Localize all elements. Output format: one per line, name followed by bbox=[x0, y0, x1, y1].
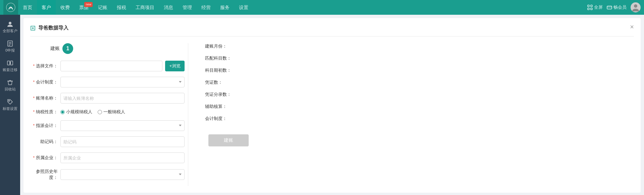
right-accounting-system-row: 会计制度： bbox=[205, 116, 634, 122]
tax-nature-radio-group: 小规模纳税人 一般纳税人 bbox=[60, 109, 125, 115]
auxiliary-label: 辅助核算： bbox=[205, 104, 239, 110]
sidebar-label-all-customers: 全部客户 bbox=[3, 28, 17, 34]
nav-business[interactable]: 工商项目 bbox=[131, 0, 159, 15]
assign-accountant-select[interactable] bbox=[60, 120, 185, 131]
nav-right: 全屏 畅会员 bbox=[587, 2, 641, 12]
ledger-name-row: 账簿名称： bbox=[30, 93, 185, 104]
form-layout: 建账 1 选择文件： +浏览 会计制度： bbox=[30, 43, 634, 186]
memo-code-label: 助记码： bbox=[30, 139, 60, 145]
voucher-entries-row: 凭证分录数： bbox=[205, 91, 634, 97]
tax-general-label[interactable]: 一般纳税人 bbox=[98, 109, 125, 115]
sidebar-item-trash[interactable]: 回收站 bbox=[1, 76, 19, 94]
sidebar-label-tags: 标签设置 bbox=[3, 106, 17, 111]
right-accounting-system-label: 会计制度： bbox=[205, 116, 239, 122]
tax-general-radio[interactable] bbox=[98, 110, 102, 114]
match-subject-row: 匹配科目数： bbox=[205, 55, 634, 61]
nav-settings[interactable]: 设置 bbox=[234, 0, 253, 15]
svg-rect-1 bbox=[588, 5, 589, 7]
nav-manage[interactable]: 管理 bbox=[178, 0, 197, 15]
ledger-name-input[interactable] bbox=[60, 93, 185, 104]
accounting-system-row: 会计制度： bbox=[30, 77, 185, 87]
tax-general-text: 一般纳税人 bbox=[103, 109, 125, 115]
match-subject-label: 匹配科目数： bbox=[205, 55, 239, 61]
logo bbox=[3, 0, 18, 15]
svg-rect-5 bbox=[607, 6, 612, 9]
file-input-wrapper: +浏览 bbox=[60, 61, 185, 71]
vip-label: 畅会员 bbox=[613, 4, 627, 10]
modal-header: 导爸数据导入 bbox=[30, 25, 634, 37]
form-left: 建账 1 选择文件： +浏览 会计制度： bbox=[30, 43, 185, 186]
nav-tax[interactable]: 报税 bbox=[112, 0, 131, 15]
svg-rect-4 bbox=[591, 8, 592, 10]
subject-initial-label: 科目期初数： bbox=[205, 67, 239, 73]
sidebar-label-declaration: 0申报 bbox=[5, 48, 15, 53]
file-input[interactable] bbox=[60, 61, 162, 71]
tax-small-radio[interactable] bbox=[60, 110, 65, 114]
svg-rect-3 bbox=[588, 8, 589, 10]
sidebar: 全部客户 0申报 账套迁移 回收站 标签设置 bbox=[0, 15, 20, 195]
subject-initial-row: 科目期初数： bbox=[205, 67, 634, 73]
step-indicator: 建账 1 bbox=[30, 43, 185, 54]
nav-bookkeeping[interactable]: 记账 bbox=[93, 0, 112, 15]
nav-invoice[interactable]: 票据 new bbox=[75, 0, 93, 15]
tax-nature-row: 纳税性质： 小规模纳税人 一般纳税人 bbox=[30, 109, 185, 115]
accounting-system-select[interactable] bbox=[60, 77, 185, 87]
file-row: 选择文件： +浏览 bbox=[30, 61, 185, 71]
assign-accountant-label: 指派会计： bbox=[30, 123, 60, 129]
divider bbox=[188, 43, 188, 186]
tax-small-text: 小规模纳税人 bbox=[66, 109, 92, 115]
browse-button[interactable]: +浏览 bbox=[165, 61, 185, 71]
vip-btn[interactable]: 畅会员 bbox=[607, 4, 627, 10]
belong-company-input[interactable] bbox=[60, 152, 185, 163]
close-button[interactable]: × bbox=[630, 23, 634, 30]
nav-operation[interactable]: 经营 bbox=[197, 0, 215, 15]
create-account-button[interactable]: 建账 bbox=[208, 134, 249, 146]
refer-history-row: 参照历史年度： bbox=[30, 169, 185, 181]
modal-card: 导爸数据导入 × 建账 1 选择文件： +浏览 bbox=[23, 18, 641, 193]
main-content: 导爸数据导入 × 建账 1 选择文件： +浏览 bbox=[20, 15, 644, 195]
top-nav: 首页 客户 收费 票据 new 记账 报税 工商项目 消息 管理 经营 服务 设… bbox=[0, 0, 644, 15]
sidebar-label-migrate: 账套迁移 bbox=[3, 67, 17, 72]
nav-fee[interactable]: 收费 bbox=[56, 0, 75, 15]
nav-customer[interactable]: 客户 bbox=[37, 0, 56, 15]
svg-point-14 bbox=[9, 101, 9, 101]
memo-code-input[interactable] bbox=[60, 136, 185, 147]
voucher-label: 凭证数： bbox=[205, 79, 239, 85]
step-label: 建账 bbox=[50, 46, 60, 52]
form-right: 建账月份： 匹配科目数： 科目期初数： 凭证数： bbox=[192, 43, 634, 186]
belong-company-label: 所属企业： bbox=[30, 155, 60, 161]
modal-title: 导爸数据导入 bbox=[38, 25, 68, 31]
fullscreen-btn[interactable]: 全屏 bbox=[587, 4, 603, 10]
sidebar-item-declaration[interactable]: 0申报 bbox=[1, 38, 19, 56]
file-label: 选择文件： bbox=[30, 63, 60, 69]
svg-point-6 bbox=[634, 4, 637, 8]
accounting-month-label: 建账月份： bbox=[205, 43, 239, 49]
create-btn-wrapper: 建账 bbox=[205, 131, 634, 146]
nav-message[interactable]: 消息 bbox=[159, 0, 178, 15]
tax-small-label[interactable]: 小规模纳税人 bbox=[60, 109, 92, 115]
memo-code-row: 助记码： bbox=[30, 136, 185, 147]
nav-badge: new bbox=[84, 2, 93, 7]
belong-company-row: 所属企业： bbox=[30, 152, 185, 163]
voucher-row: 凭证数： bbox=[205, 79, 634, 85]
svg-point-7 bbox=[9, 22, 11, 24]
accounting-system-label: 会计制度： bbox=[30, 79, 60, 85]
avatar[interactable] bbox=[631, 2, 641, 12]
sidebar-item-migrate[interactable]: 账套迁移 bbox=[1, 57, 19, 75]
nav-items: 首页 客户 收费 票据 new 记账 报税 工商项目 消息 管理 经营 服务 设… bbox=[18, 0, 587, 15]
tax-nature-label: 纳税性质： bbox=[30, 109, 60, 115]
assign-accountant-row: 指派会计： bbox=[30, 120, 185, 131]
refer-history-select[interactable] bbox=[60, 169, 185, 180]
svg-rect-12 bbox=[7, 61, 10, 65]
fullscreen-label: 全屏 bbox=[594, 4, 603, 10]
ledger-name-label: 账簿名称： bbox=[30, 95, 60, 101]
nav-home[interactable]: 首页 bbox=[18, 0, 37, 15]
sidebar-item-tags[interactable]: 标签设置 bbox=[1, 96, 19, 114]
refer-history-label: 参照历史年度： bbox=[30, 169, 60, 181]
sidebar-item-all-customers[interactable]: 全部客户 bbox=[1, 18, 19, 36]
nav-service[interactable]: 服务 bbox=[215, 0, 234, 15]
svg-rect-2 bbox=[591, 5, 592, 7]
accounting-month-row: 建账月份： bbox=[205, 43, 634, 49]
auxiliary-row: 辅助核算： bbox=[205, 104, 634, 110]
layout: 全部客户 0申报 账套迁移 回收站 标签设置 导爸数据导入 × bbox=[0, 15, 644, 195]
